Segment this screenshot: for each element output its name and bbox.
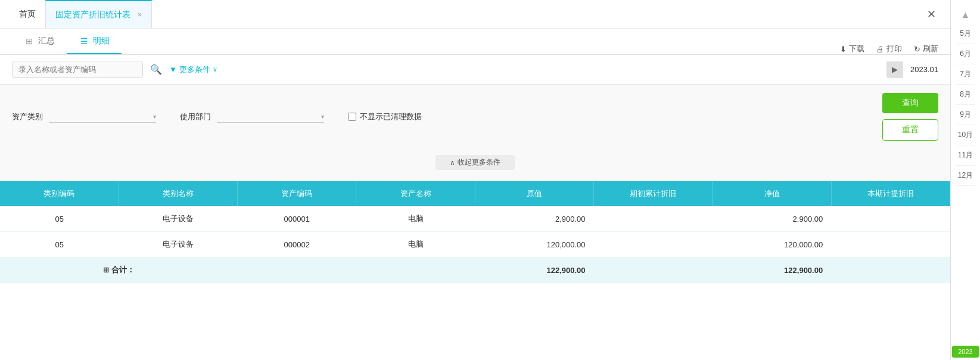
month-item[interactable]: 12月 bbox=[956, 166, 975, 186]
year-badge: 2023 bbox=[952, 346, 978, 358]
cell-accumulated-depreciation bbox=[594, 206, 713, 232]
print-icon: 🖨 bbox=[876, 45, 884, 54]
no-cleared-checkbox[interactable] bbox=[348, 113, 356, 121]
download-label: 下载 bbox=[849, 44, 864, 54]
month-item[interactable]: 10月 bbox=[956, 125, 975, 145]
month-item[interactable]: 9月 bbox=[956, 105, 975, 125]
summary-icon: ⊞ bbox=[24, 36, 35, 46]
total-icon: ⊞ bbox=[103, 266, 109, 274]
no-cleared-group: 不显示已清理数据 bbox=[348, 111, 422, 122]
more-conditions-label: 更多条件 bbox=[179, 64, 210, 75]
total-current-depreciation bbox=[831, 257, 950, 283]
cell-current-depreciation bbox=[831, 232, 950, 257]
cell-category-name: 电子设备 bbox=[119, 206, 237, 232]
refresh-button[interactable]: ↻ 刷新 bbox=[914, 44, 938, 54]
cell-category-code: 05 bbox=[0, 232, 119, 257]
cell-asset-code: 000001 bbox=[238, 206, 356, 232]
total-accumulated-depreciation bbox=[594, 257, 713, 283]
cell-net-value: 120,000.00 bbox=[713, 232, 831, 257]
filter-icon: ▼ bbox=[169, 65, 177, 74]
search-input[interactable] bbox=[12, 61, 143, 78]
department-select[interactable]: ▾ bbox=[217, 111, 324, 123]
tab-detail-label: 明细 bbox=[93, 36, 110, 46]
print-label: 打印 bbox=[886, 44, 902, 54]
month-item[interactable]: 5月 bbox=[956, 24, 975, 44]
cell-category-code: 05 bbox=[0, 206, 119, 232]
table-row: 05 电子设备 000001 电脑 2,900.00 2,900.00 bbox=[0, 206, 950, 232]
table-total-row: ⊞ 合计： 122,900.00 122,900.00 bbox=[0, 257, 950, 283]
print-button[interactable]: 🖨 打印 bbox=[876, 44, 902, 54]
total-asset-name bbox=[356, 257, 475, 283]
total-original-value: 122,900.00 bbox=[475, 257, 593, 283]
col-header-net-value: 净值 bbox=[713, 181, 831, 206]
cell-net-value: 2,900.00 bbox=[713, 206, 831, 232]
chevron-down-icon: ∨ bbox=[213, 66, 217, 73]
col-header-category-name: 类别名称 bbox=[119, 181, 237, 206]
cell-original-value: 2,900.00 bbox=[475, 206, 593, 232]
cell-original-value: 120,000.00 bbox=[475, 232, 593, 257]
no-cleared-label: 不显示已清理数据 bbox=[360, 111, 422, 122]
current-date: 2023.01 bbox=[910, 65, 938, 74]
tab-summary-label: 汇总 bbox=[38, 36, 55, 46]
asset-category-select[interactable]: ▾ bbox=[49, 111, 156, 123]
month-item[interactable]: 8月 bbox=[956, 85, 975, 105]
asset-category-arrow-icon: ▾ bbox=[153, 113, 156, 120]
department-label: 使用部门 bbox=[180, 111, 211, 122]
more-conditions-button[interactable]: ▼ 更多条件 ∨ bbox=[169, 64, 217, 75]
download-icon: ⬇ bbox=[840, 45, 847, 54]
cell-category-name: 电子设备 bbox=[119, 232, 237, 257]
date-nav-right-button[interactable]: ▶ bbox=[886, 61, 903, 78]
tab-detail[interactable]: ☰ 明细 bbox=[67, 29, 122, 54]
total-net-value: 122,900.00 bbox=[713, 257, 831, 283]
cell-current-depreciation bbox=[831, 206, 950, 232]
refresh-label: 刷新 bbox=[923, 44, 938, 54]
month-item[interactable]: 6月 bbox=[956, 44, 975, 64]
nav-tab-title: 固定资产折旧统计表 bbox=[55, 10, 130, 20]
right-month-panel: ▲ 5月6月7月8月9月10月11月12月 2023 bbox=[950, 0, 980, 360]
total-asset-code bbox=[238, 257, 356, 283]
month-item[interactable]: 11月 bbox=[956, 145, 975, 166]
asset-category-field: 资产类别 ▾ bbox=[12, 111, 156, 123]
download-button[interactable]: ⬇ 下载 bbox=[840, 44, 864, 54]
collapse-conditions-button[interactable]: ∧ 收起更多条件 bbox=[435, 155, 515, 170]
col-header-category-code: 类别编码 bbox=[0, 181, 119, 206]
department-field: 使用部门 ▾ bbox=[180, 111, 324, 123]
query-button[interactable]: 查询 bbox=[882, 93, 938, 113]
total-label: ⊞ 合计： bbox=[0, 257, 238, 283]
col-header-asset-name: 资产名称 bbox=[356, 181, 475, 206]
scroll-up-button[interactable]: ▲ bbox=[951, 6, 980, 24]
asset-category-label: 资产类别 bbox=[12, 111, 43, 122]
department-arrow-icon: ▾ bbox=[321, 113, 324, 120]
col-header-asset-code: 资产编码 bbox=[238, 181, 356, 206]
window-close-button[interactable]: ✕ bbox=[922, 5, 941, 23]
table-row: 05 电子设备 000002 电脑 120,000.00 120,000.00 bbox=[0, 232, 950, 257]
search-icon[interactable]: 🔍 bbox=[150, 64, 162, 75]
table-header-row: 类别编码 类别名称 资产编码 资产名称 原值 期初累计折旧 净值 本期计提折旧 bbox=[0, 181, 950, 206]
chevron-up-icon: ∧ bbox=[450, 159, 455, 167]
tab-summary[interactable]: ⊞ 汇总 bbox=[12, 29, 67, 54]
cell-accumulated-depreciation bbox=[594, 232, 713, 257]
data-table: 类别编码 类别名称 资产编码 资产名称 原值 期初累计折旧 净值 本期计提折旧 … bbox=[0, 181, 950, 283]
reset-button[interactable]: 重置 bbox=[882, 119, 938, 141]
col-header-original-value: 原值 bbox=[475, 181, 593, 206]
nav-tab-close-icon[interactable]: × bbox=[138, 11, 142, 19]
cell-asset-name: 电脑 bbox=[356, 232, 475, 257]
detail-icon: ☰ bbox=[79, 36, 89, 46]
col-header-accumulated-depreciation: 期初累计折旧 bbox=[594, 181, 713, 206]
refresh-icon: ↻ bbox=[914, 45, 920, 54]
collapse-label: 收起更多条件 bbox=[458, 157, 500, 167]
filter-row: 资产类别 ▾ 使用部门 ▾ 不显示已清理数据 查询 bbox=[12, 93, 938, 141]
cell-asset-name: 电脑 bbox=[356, 206, 475, 232]
cell-asset-code: 000002 bbox=[238, 232, 356, 257]
col-header-current-depreciation: 本期计提折旧 bbox=[831, 181, 950, 206]
nav-home[interactable]: 首页 bbox=[10, 0, 45, 28]
nav-tab-fixed-assets[interactable]: 固定资产折旧统计表 × bbox=[45, 0, 152, 28]
data-table-container: 类别编码 类别名称 资产编码 资产名称 原值 期初累计折旧 净值 本期计提折旧 … bbox=[0, 181, 950, 360]
month-item[interactable]: 7月 bbox=[956, 64, 975, 85]
